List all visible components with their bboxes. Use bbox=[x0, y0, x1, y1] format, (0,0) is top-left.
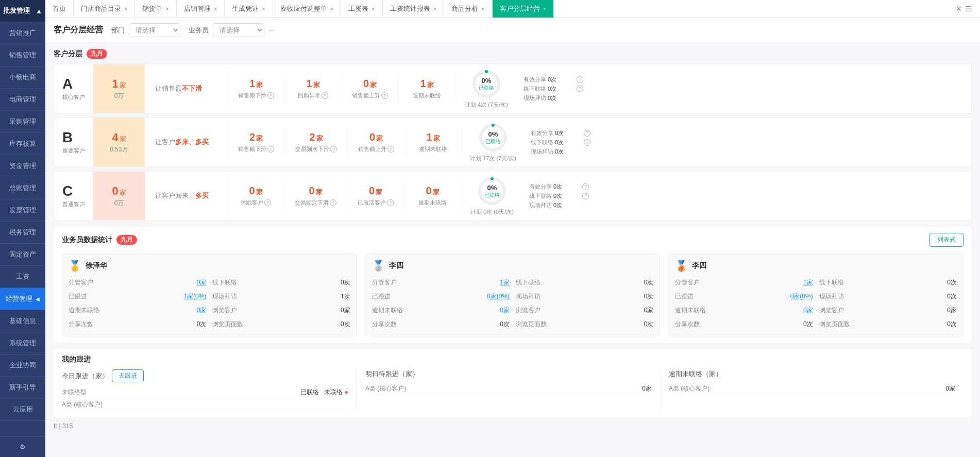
tier-c-stat-1: 0家 休眠客户? bbox=[228, 181, 284, 211]
info-icon[interactable]: ? bbox=[381, 92, 388, 99]
tab-voucher[interactable]: 生成凭证 × bbox=[225, 0, 273, 18]
tier-b-slogan: 让客户 多来、多买 bbox=[145, 118, 227, 166]
info-icon[interactable]: ? bbox=[387, 146, 394, 153]
info-icon[interactable]: ? bbox=[264, 199, 271, 206]
goto-followup-button[interactable]: 去跟进 bbox=[112, 369, 144, 382]
list-view-button[interactable]: 列表式 bbox=[930, 233, 964, 247]
sidebar-item-ledger[interactable]: 总账管理 bbox=[0, 177, 45, 199]
sidebar-item-basic-info[interactable]: 基础信息 bbox=[0, 310, 45, 332]
tab-store-products[interactable]: 门店商品目录 × bbox=[74, 0, 135, 18]
sidebar-item-payroll[interactable]: 工资 bbox=[0, 266, 45, 288]
followup-col-today: 今日跟进（家） 去跟进 未联络型 已联络 未联络 ● A类 (核心客户) bbox=[62, 369, 357, 411]
tab-close-icon[interactable]: × bbox=[481, 6, 484, 12]
info-icon[interactable]: ? bbox=[577, 76, 583, 83]
info-icon[interactable]: ? bbox=[584, 139, 590, 146]
tab-product-analysis[interactable]: 商品分析 × bbox=[444, 0, 492, 18]
tier-b-stat-2: 2家 交易频次下滑? bbox=[285, 127, 348, 157]
content-header: 客户分层经营 部门 请选择 业务员 请选择 ··· bbox=[45, 18, 980, 43]
tier-a-slogan: 让销售额 不下滑 bbox=[145, 64, 227, 113]
tab-customer-tier[interactable]: 客户分层经营 × bbox=[493, 0, 554, 18]
tab-store-mgmt[interactable]: 店铺管理 × bbox=[177, 0, 225, 18]
tier-a-circle: 0% 已联络 计划 4次 (7天/次) bbox=[455, 64, 517, 113]
tab-close-icon[interactable]: × bbox=[433, 6, 436, 12]
sidebar-item-fixed-assets[interactable]: 固定资产 bbox=[0, 244, 45, 266]
sidebar-item-finance[interactable]: 资金管理 bbox=[0, 155, 45, 177]
sidebar-item-guide[interactable]: 新手引导 bbox=[0, 377, 45, 399]
tab-close-icon[interactable]: × bbox=[214, 6, 217, 12]
sidebar-item-ecom-small[interactable]: 小畅电商 bbox=[0, 66, 45, 89]
info-icon[interactable]: ? bbox=[387, 199, 394, 206]
tab-close-icon[interactable]: × bbox=[165, 6, 168, 12]
filter-more-icon[interactable]: ··· bbox=[268, 26, 274, 34]
tab-home[interactable]: 首页 bbox=[45, 0, 74, 18]
tier-a-right-info: 有效分享 0次 ? 线下联络 0次 ? 现场拜访 0次 bbox=[517, 73, 589, 105]
info-icon[interactable]: ? bbox=[330, 146, 337, 153]
tier-c-stat-2: 0家 交易频次下滑? bbox=[284, 181, 347, 211]
tab-close-icon[interactable]: × bbox=[371, 6, 375, 12]
followup-section: 我的跟进 今日跟进（家） 去跟进 未联络型 已联络 未联络 ● A类 (核心客户… bbox=[54, 349, 972, 417]
info-icon[interactable]: ? bbox=[582, 183, 589, 190]
medal-bronze-icon: 🥉 bbox=[675, 260, 688, 272]
sidebar-collapse-icon[interactable]: ▲ bbox=[36, 7, 42, 15]
tab-payroll-table[interactable]: 工资表 × bbox=[341, 0, 382, 18]
tab-menu-icon[interactable]: ☰ bbox=[965, 5, 972, 13]
tab-close-icon[interactable]: × bbox=[262, 6, 265, 12]
tier-c-count-box: 0 家 0万 bbox=[93, 172, 145, 220]
info-icon[interactable]: ? bbox=[582, 193, 589, 199]
info-icon[interactable]: ? bbox=[330, 199, 336, 206]
info-icon[interactable]: ? bbox=[267, 146, 274, 153]
biz-agent-card-3: 🥉 李四 分管客户 1家 线下联络 0次 已跟进 bbox=[668, 253, 964, 336]
info-icon[interactable]: ? bbox=[322, 92, 328, 99]
settings-icon[interactable]: ⚙ bbox=[20, 443, 26, 451]
tab-close-all-icon[interactable]: ✕ bbox=[956, 5, 962, 13]
tab-actions: ✕ ☰ bbox=[952, 5, 976, 13]
bottom-text-area: It } 315 bbox=[54, 417, 972, 435]
tab-close-icon[interactable]: × bbox=[543, 6, 546, 12]
tab-ap-adjust[interactable]: 应收应付调整单 × bbox=[273, 0, 341, 18]
tier-c-circle: 0% 已联络 计划 0次 (0天/次) bbox=[461, 172, 523, 220]
agent-select[interactable]: 请选择 bbox=[213, 23, 264, 37]
info-icon[interactable]: ? bbox=[577, 86, 583, 92]
sidebar-item-sales[interactable]: 销售管理 bbox=[0, 44, 45, 66]
tier-a-stat-1: 1家 销售额下滑? bbox=[228, 74, 285, 104]
sidebar-item-tax[interactable]: 税务管理 bbox=[0, 222, 45, 244]
tier-b-right-info: 有效分享 0次 ? 线下联络 0次 ? 现场拜访 0次 bbox=[525, 126, 597, 159]
info-icon[interactable]: ? bbox=[267, 92, 274, 99]
sidebar: 批发管理 ▲ 营销推广 销售管理 小畅电商 电商管理 采购管理 库存核算 资金管… bbox=[0, 0, 45, 457]
tier-card-c: C 普通客户 0 家 0万 让客户回来、 多买 0家 bbox=[54, 171, 972, 221]
agent-1-stats-grid: 分管客户 0家 线下联络 0次 已跟进 1家(0%) 现场拜访 bbox=[69, 277, 350, 330]
page-title: 客户分层经营 bbox=[54, 25, 103, 36]
biz-agent-cards: 🥇 徐泽华 分管客户 0家 线下联络 0次 已跟进 bbox=[62, 253, 964, 336]
sidebar-top[interactable]: 批发管理 ▲ bbox=[0, 0, 45, 22]
tab-close-icon[interactable]: × bbox=[124, 6, 127, 12]
tier-a-stats: 1家 销售额下滑? 1家 回购异常? 0家 销售额上升? 1家 逾期未联络 bbox=[227, 64, 971, 113]
agent-3-stats-grid: 分管客户 1家 线下联络 0次 已跟进 0家(0%) 现场拜访 bbox=[675, 277, 957, 330]
sidebar-settings[interactable]: ⚙ bbox=[0, 436, 45, 457]
tier-a-stat-2: 1家 回购异常? bbox=[285, 74, 342, 104]
biz-stats-header: 业务员数据统计 九月 列表式 bbox=[62, 233, 964, 247]
sidebar-item-purchase[interactable]: 采购管理 bbox=[0, 111, 45, 133]
tier-b-stat-1: 2家 销售额下滑? bbox=[228, 127, 285, 157]
tier-a-stat-4: 1家 逾期未联络 bbox=[399, 74, 455, 104]
tab-close-icon[interactable]: × bbox=[330, 6, 333, 12]
tier-a-stat-3: 0家 销售额上升? bbox=[342, 74, 399, 104]
sidebar-item-marketing[interactable]: 营销推广 bbox=[0, 22, 45, 44]
agent-2-stats-grid: 分管客户 1家 线下联络 0次 已跟进 0家(0%) 现场拜访 bbox=[372, 277, 654, 330]
sidebar-item-collab[interactable]: 企业协同 bbox=[0, 354, 45, 377]
dept-filter: 部门 请选择 bbox=[111, 23, 180, 37]
sidebar-item-operations[interactable]: 经营管理 ◀ bbox=[0, 288, 45, 310]
sidebar-item-ecom[interactable]: 电商管理 bbox=[0, 89, 45, 111]
dept-label: 部门 bbox=[111, 26, 125, 35]
sidebar-item-system[interactable]: 系统管理 bbox=[0, 332, 45, 354]
tab-payroll-report[interactable]: 工资统计报表 × bbox=[383, 0, 444, 18]
tab-sales-order[interactable]: 销货单 × bbox=[135, 0, 176, 18]
sidebar-item-invoice[interactable]: 发票管理 bbox=[0, 199, 45, 222]
customer-tier-section: 客户分层 九月 A 核心客户 1 家 0万 让销售额 不下 bbox=[54, 49, 972, 221]
main-area: 首页 门店商品目录 × 销货单 × 店铺管理 × 生成凭证 × 应收应付调整单 … bbox=[45, 0, 980, 457]
info-icon[interactable]: ? bbox=[584, 130, 590, 137]
biz-month-badge: 九月 bbox=[116, 235, 137, 245]
dept-select[interactable]: 请选择 bbox=[129, 23, 180, 37]
sidebar-item-cloud[interactable]: 云应用 bbox=[0, 399, 45, 421]
tab-bar: 首页 门店商品目录 × 销货单 × 店铺管理 × 生成凭证 × 应收应付调整单 … bbox=[45, 0, 980, 18]
sidebar-item-inventory[interactable]: 库存核算 bbox=[0, 133, 45, 155]
